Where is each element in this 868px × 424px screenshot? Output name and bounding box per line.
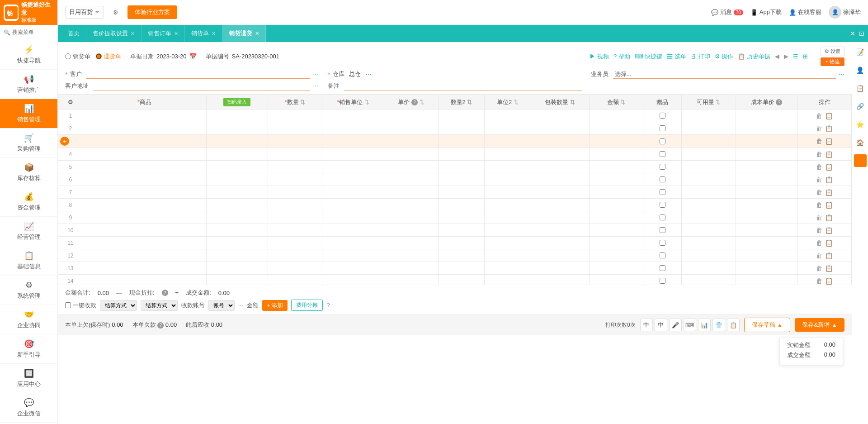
row-product-6[interactable]: [83, 173, 206, 186]
one-click-pay-checkbox[interactable]: 一键收款: [65, 301, 96, 310]
industry-selector[interactable]: 日用百货: [65, 6, 104, 19]
row-available-11[interactable]: [682, 237, 736, 249]
row-available-5[interactable]: [682, 161, 736, 173]
row-unit2-4[interactable]: [485, 148, 531, 161]
row-amount-14[interactable]: [589, 275, 643, 285]
sidebar-item-shortcuts[interactable]: ⚡ 快捷导航: [0, 40, 57, 70]
add-row-button[interactable]: +: [60, 137, 69, 146]
row-amount-9[interactable]: [589, 211, 643, 224]
row-product-5[interactable]: [83, 161, 206, 173]
row-sale-unit-14[interactable]: [322, 275, 384, 285]
cash-discount-info-icon[interactable]: ?: [162, 290, 168, 296]
logistics-button[interactable]: + 物流: [821, 57, 844, 66]
calc-method-select[interactable]: 结算方式: [141, 300, 178, 311]
tab-close-all-icon[interactable]: ✕: [850, 30, 855, 37]
right-panel-icon-2[interactable]: 👤: [854, 64, 867, 76]
row-unit-price-6[interactable]: [384, 173, 438, 186]
row-amount-13[interactable]: [589, 262, 643, 275]
action-shortcut[interactable]: ⌨ 快捷键: [635, 52, 663, 61]
row-unit-price-8[interactable]: [384, 199, 438, 211]
sidebar-item-operation[interactable]: 📈 经营管理: [0, 217, 57, 246]
row-product-10[interactable]: [83, 224, 206, 237]
row-cost-price-7[interactable]: [736, 186, 797, 199]
radio-sales-delivery[interactable]: 销货单: [65, 52, 90, 61]
row-cost-price-5[interactable]: [736, 161, 797, 173]
tab-sales-return-close[interactable]: ✕: [255, 31, 259, 37]
row-available-10[interactable]: [682, 224, 736, 237]
taskbar-icon-7[interactable]: 📋: [727, 319, 740, 331]
row-available-4[interactable]: [682, 148, 736, 161]
address-dots[interactable]: ···: [313, 82, 319, 90]
fee-split-button[interactable]: 费用分摊: [291, 300, 323, 311]
account-dots[interactable]: ···: [238, 302, 243, 309]
col-settings[interactable]: ⚙: [58, 95, 83, 110]
row-pack-qty-9[interactable]: [531, 211, 589, 224]
row-gift-8[interactable]: [643, 199, 682, 211]
row-sale-unit-13[interactable]: [322, 262, 384, 275]
unit-price-info-icon[interactable]: ?: [411, 99, 418, 105]
row-qty-5[interactable]: [268, 161, 322, 173]
row-unit-price-9[interactable]: [384, 211, 438, 224]
row-product-9[interactable]: [83, 211, 206, 224]
unit2-sort-icon[interactable]: ⇅: [514, 99, 519, 105]
row-unit-price-3[interactable]: [384, 135, 438, 148]
taskbar-icon-3[interactable]: 🎤: [669, 319, 682, 331]
row-cost-price-14[interactable]: [736, 275, 797, 285]
row-delete-icon-2[interactable]: 🗑: [816, 125, 822, 132]
row-delete-icon-12[interactable]: 🗑: [816, 252, 822, 259]
gift-checkbox-6[interactable]: [660, 176, 665, 182]
row-amount-2[interactable]: [589, 122, 643, 135]
row-product-14[interactable]: [83, 275, 206, 285]
row-available-6[interactable]: [682, 173, 736, 186]
row-cost-price-9[interactable]: [736, 211, 797, 224]
row-qty2-8[interactable]: [438, 199, 484, 211]
row-product-8[interactable]: [83, 199, 206, 211]
row-qty-7[interactable]: [268, 186, 322, 199]
row-copy-icon-12[interactable]: 📋: [825, 252, 833, 259]
row-copy-icon-2[interactable]: 📋: [825, 125, 833, 132]
row-copy-icon-4[interactable]: 📋: [825, 151, 833, 158]
taskbar-icon-5[interactable]: 📊: [698, 319, 711, 331]
row-gift-4[interactable]: [643, 148, 682, 161]
sidebar-item-apps[interactable]: 🔲 应用中心: [0, 364, 57, 393]
address-input[interactable]: [93, 81, 310, 91]
row-product-1[interactable]: [83, 110, 206, 122]
row-sale-unit-5[interactable]: [322, 161, 384, 173]
row-unit-price-7[interactable]: [384, 186, 438, 199]
row-cost-price-4[interactable]: [736, 148, 797, 161]
row-gift-12[interactable]: [643, 249, 682, 262]
taskbar-icon-2[interactable]: 中: [655, 319, 667, 331]
add-payment-button[interactable]: + 添加: [262, 300, 288, 311]
row-copy-icon-3[interactable]: 📋: [825, 138, 833, 145]
row-qty-1[interactable]: [268, 110, 322, 122]
sidebar-item-system[interactable]: ⚙ 系统管理: [0, 276, 57, 305]
row-sale-unit-6[interactable]: [322, 173, 384, 186]
user-profile-item[interactable]: 👤 徐泽华: [829, 6, 861, 19]
row-delete-icon-11[interactable]: 🗑: [816, 239, 822, 247]
row-product-4[interactable]: [83, 148, 206, 161]
action-operate[interactable]: ⚙ 操作: [715, 52, 734, 61]
row-cost-price-13[interactable]: [736, 262, 797, 275]
row-amount-8[interactable]: [589, 199, 643, 211]
row-copy-icon-14[interactable]: 📋: [825, 277, 833, 285]
account-no-select[interactable]: 账号: [208, 300, 235, 311]
tab-sales-return[interactable]: 销货退货 ✕: [222, 25, 266, 42]
row-available-8[interactable]: [682, 199, 736, 211]
customer-dots[interactable]: ···: [313, 70, 319, 78]
row-amount-5[interactable]: [589, 161, 643, 173]
gift-checkbox-12[interactable]: [660, 252, 665, 258]
row-pack-qty-13[interactable]: [531, 262, 589, 275]
warehouse-dots[interactable]: ···: [365, 70, 371, 78]
sidebar-item-purchase[interactable]: 🛒 采购管理: [0, 129, 57, 158]
row-available-2[interactable]: [682, 122, 736, 135]
row-unit2-1[interactable]: [485, 110, 531, 122]
row-amount-3[interactable]: [589, 135, 643, 148]
gift-checkbox-5[interactable]: [660, 164, 665, 170]
row-available-1[interactable]: [682, 110, 736, 122]
right-panel-icon-5[interactable]: ⭐: [854, 118, 867, 131]
row-pack-qty-3[interactable]: [531, 135, 589, 148]
qty-sort-icon[interactable]: ⇅: [300, 99, 305, 105]
row-qty-11[interactable]: [268, 237, 322, 249]
row-delete-icon-4[interactable]: 🗑: [816, 151, 822, 158]
row-gift-1[interactable]: [643, 110, 682, 122]
